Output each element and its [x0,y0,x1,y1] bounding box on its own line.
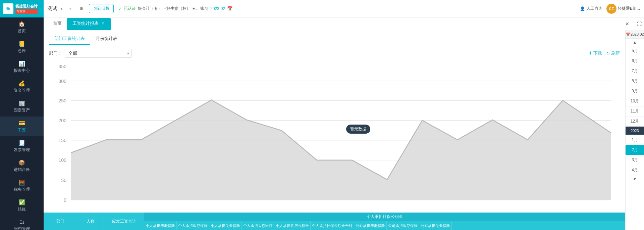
topbar: 测试 ▾ ＋ ⚙ 切到旧版 ✓ 已认证 好会计（专） +好生意（标） +... … [44,0,644,17]
month-item-8月[interactable]: 8月 [626,76,644,86]
chart-svg: 0 50 100 150 200 250 300 350 [49,61,620,209]
month-list: 5月6月7月8月9月10月11月12月20231月2月3月4月 [626,46,644,175]
sidebar-item-ledger[interactable]: 📒 总账 [0,37,44,57]
topbar-dropdown-arrow[interactable]: ▾ [60,6,63,11]
month-item-3月[interactable]: 3月 [626,155,644,165]
sales-icon: 📦 [18,159,25,166]
tax-icon: 🧮 [18,179,25,186]
svg-text:150: 150 [58,138,66,143]
right-date-panel: 📅 2023.02 ▲ 5月6月7月8月9月10月11月12月20231月2月3… [625,30,644,230]
tax-label: 税务管理 [14,187,30,192]
svg-text:200: 200 [58,118,66,123]
month-item-10月[interactable]: 10月 [626,96,644,106]
sub-col-个人承担失业保险: 个人承担失业保险 [209,221,242,230]
sidebar-item-settle[interactable]: ✅ 结账 [0,196,44,216]
topbar-title: 测试 [48,6,57,12]
calendar-icon[interactable]: 📅 [227,6,232,11]
reports-icon: 📊 [18,60,25,67]
home-icon: 🏠 [18,21,25,27]
tabs-bar: 首页 工资统计报表 × ✕ ⛶ [44,17,644,30]
svg-text:300: 300 [58,78,66,84]
sidebar-item-reports[interactable]: 📊 报表中心 [0,57,44,77]
sidebar-item-tax[interactable]: 🧮 税务管理 [0,176,44,196]
sub-col-个人承担社保公积金合计: 个人承担社保公积金合计 [311,221,354,230]
topbar-right: 👤 人工咨询 CE 轻捷通B组... [580,4,640,14]
maximize-window-btn[interactable]: ⛶ [635,19,644,29]
col-dept: 部门 [44,213,77,230]
assets-label: 固定资产 [14,107,30,113]
refresh-btn[interactable]: ↻ 刷新 [606,50,620,56]
download-btn[interactable]: ⬇ 下载 [588,50,602,56]
sidebar-item-invoice[interactable]: 🧾 发票管理 [0,136,44,156]
sidebar-item-salary[interactable]: 💳 工资 [0,117,44,136]
sub-tab-月份统计表[interactable]: 月份统计表 [90,34,123,45]
tab-home[interactable]: 首页 [48,18,67,30]
year-item-2023[interactable]: 2023 [626,127,644,135]
logo-text: 畅捷通好会计 专业版 [15,4,38,13]
sidebar-nav: 🏠 首页 📒 总账 📊 报表中心 💰 资金管理 🏢 固定资产 💳 工资 🧾 发票… [0,17,44,230]
sidebar-item-home[interactable]: 🏠 首页 [0,17,44,37]
sidebar-item-archive[interactable]: 🗂 归档管理 [0,216,44,230]
archive-icon: 🗂 [19,219,24,225]
sidebar-item-assets[interactable]: 🏢 固定资产 [0,97,44,117]
month-item-6月[interactable]: 6月 [626,56,644,66]
ledger-label: 总账 [18,48,26,54]
reports-label: 报表中心 [14,68,30,74]
svg-text:350: 350 [58,63,66,69]
sub-tab-部门工资统计表[interactable]: 部门工资统计表 [49,34,90,45]
sidebar-item-sales[interactable]: 📦 进销台账 [0,156,44,176]
refresh-icon: ↻ [606,51,610,56]
switch-version-btn[interactable]: 切到旧版 [89,4,114,13]
month-item-1月[interactable]: 1月 [626,135,644,145]
funds-icon: 💰 [18,80,25,87]
cert-label: 已认证 [124,6,136,11]
month-item-9月[interactable]: 9月 [626,86,644,96]
date-panel-header: 📅 2023.02 [626,30,644,39]
dept-select-wrapper: 全部 ▾ [65,49,132,58]
month-item-2月[interactable]: 2月 [626,145,644,155]
chart-area: 0 50 100 150 200 250 300 350 暂无数据 [44,61,625,213]
invoice-label: 发票管理 [14,147,30,153]
sub-col-个人承担住房公积金: 个人承担住房公积金 [274,221,311,230]
topbar-settings-btn[interactable]: ⚙ [77,5,86,13]
user-menu[interactable]: CE 轻捷通B组... [606,4,640,14]
sidebar-logo: 畅 畅捷通好会计 专业版 [0,0,44,17]
assets-icon: 🏢 [18,100,25,106]
tab-close-btn[interactable]: × [101,21,105,26]
sub-col-公司承担医疗保险: 公司承担医疗保险 [387,221,419,230]
toolbar: 部门： 全部 ▾ ⬇ 下载 ↻ 刷新 [44,45,625,61]
sub-col-个人承担医疗保险: 个人承担医疗保险 [177,221,209,230]
month-item-5月[interactable]: 5月 [626,46,644,56]
topbar-badges: ✓ 已认证 好会计（专） +好生意（标） +... 账期 2023-02 📅 [118,6,577,11]
help-btn[interactable]: 👤 人工咨询 [580,6,602,11]
dept-select[interactable]: 全部 [65,49,132,58]
sales-label: 进销台账 [14,167,30,173]
salary-label: 工资 [18,127,26,133]
settle-label: 结账 [18,206,26,212]
funds-label: 资金管理 [14,88,30,93]
svg-text:100: 100 [58,157,66,163]
content-area: 部门工资统计表月份统计表 部门： 全部 ▾ ⬇ 下载 [44,30,625,230]
nav-down-btn[interactable]: ▼ [626,175,644,183]
toolbar-left: 部门： 全部 ▾ [49,49,132,58]
month-item-4月[interactable]: 4月 [626,165,644,175]
archive-label: 归档管理 [14,226,30,230]
salary-icon: 💳 [18,120,25,126]
sidebar-item-funds[interactable]: 💰 资金管理 [0,77,44,97]
tab-salary-report[interactable]: 工资统计报表 × [67,18,111,30]
col-total-salary: 应发工资合计 [104,213,144,230]
chart-area-fill [71,100,611,200]
help-icon: 👤 [580,6,585,11]
period-value: 2023-02 [210,6,225,11]
month-item-12月[interactable]: 12月 [626,117,644,127]
user-avatar: CE [606,4,616,14]
sub-col-个人承担大额医疗: 个人承担大额医疗 [242,221,274,230]
dept-label: 部门： [49,50,62,56]
sub-tabs: 部门工资统计表月份统计表 [44,30,625,45]
month-item-7月[interactable]: 7月 [626,66,644,76]
topbar-add-btn[interactable]: ＋ [66,5,74,13]
nav-up-btn[interactable]: ▲ [626,39,644,46]
month-item-11月[interactable]: 11月 [626,106,644,117]
close-window-btn[interactable]: ✕ [623,19,632,29]
period-label: 账期 [200,6,208,11]
